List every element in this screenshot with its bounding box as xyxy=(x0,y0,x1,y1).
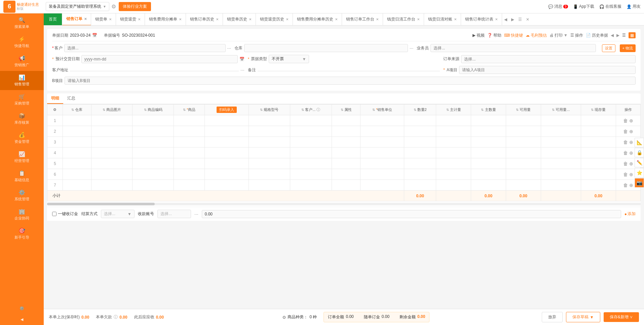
order-source-input[interactable] xyxy=(461,55,636,63)
tab-sales-return[interactable]: 销货退货 ✕ xyxy=(116,13,145,26)
sidebar-item-base[interactable]: 📋 基础信息 xyxy=(0,167,44,186)
horizontal-scrollbar[interactable] xyxy=(47,203,641,205)
sidebar-item-operation[interactable]: 📈 经营管理 xyxy=(0,148,44,167)
sidebar-item-search[interactable]: 🔍 搜索菜单 xyxy=(0,13,44,33)
staff-input[interactable] xyxy=(430,44,596,52)
sidebar-item-quick[interactable]: ⚡ 快捷导航 xyxy=(0,33,44,52)
tab-next-button[interactable]: ▶ xyxy=(509,17,516,22)
col-stock[interactable]: ⇅ 现存量 xyxy=(581,105,616,115)
tab-more-button[interactable]: ☰ xyxy=(516,17,524,22)
row-4-delete-icon[interactable]: 🗑 xyxy=(623,150,628,156)
account-more-button[interactable]: ··· xyxy=(194,211,198,217)
tab-prev-button[interactable]: ◀ xyxy=(502,17,509,22)
row-1-warehouse[interactable] xyxy=(63,115,91,126)
tab-close-sales-order[interactable]: ✕ xyxy=(84,17,87,21)
customer-more-button[interactable]: ··· xyxy=(227,45,231,51)
tab-detail[interactable]: 明细 xyxy=(47,93,63,104)
calendar-icon[interactable]: 📅 xyxy=(92,33,97,38)
shortcut-button[interactable]: ⌨ 快捷键 xyxy=(504,33,523,38)
tab-return-history[interactable]: 销货退货历史 ✕ xyxy=(256,13,293,26)
print-button[interactable]: 🖨 打印 ▼ xyxy=(550,33,568,38)
row-1-product[interactable] xyxy=(174,115,204,126)
delivery-calendar-icon[interactable]: 📅 xyxy=(239,57,244,62)
row-1-main-qty[interactable] xyxy=(471,115,506,126)
row-1-delete-icon[interactable]: 🗑 xyxy=(623,118,628,123)
industry-solution-button[interactable]: 体验行业方案 xyxy=(119,2,151,11)
row-5-delete-icon[interactable]: 🗑 xyxy=(623,161,628,166)
row-6-delete-icon[interactable]: 🗑 xyxy=(623,172,628,177)
system-name[interactable]: 装备及固定资产辅助管理系统 ▼ xyxy=(46,2,109,11)
account-select[interactable]: 选择... xyxy=(157,210,191,218)
one-click-payment-checkbox[interactable]: 一键收订金 xyxy=(52,211,78,217)
sidebar-item-finance[interactable]: 💰 资金管理 xyxy=(0,128,44,148)
history-order-button[interactable]: 📄 历史单据 xyxy=(586,33,608,38)
tab-summary[interactable]: 汇总 xyxy=(63,93,79,104)
tab-home[interactable]: 首页 xyxy=(44,13,62,26)
a-project-input[interactable] xyxy=(459,66,636,74)
tab-money-reconcile[interactable]: 钱货日清对账 ✕ xyxy=(424,13,461,26)
tab-sales-stats[interactable]: 销售订单统计表 ✕ xyxy=(461,13,502,26)
col-product-img[interactable]: ⇅ 商品图片 xyxy=(91,105,132,115)
row-1-spec[interactable] xyxy=(249,115,290,126)
tab-expense-history[interactable]: 销售费用分摊单历史 ✕ xyxy=(293,13,342,26)
tab-sales-expense[interactable]: 销售费用分摊单 ✕ xyxy=(145,13,186,26)
customer-input[interactable] xyxy=(64,44,226,52)
col-settings[interactable]: ⚙ xyxy=(47,105,63,115)
col-main-unit[interactable]: ⇅ 主计量 xyxy=(436,105,471,115)
tab-close-goods-history[interactable]: ✕ xyxy=(249,17,252,21)
tab-close-money-daily[interactable]: ✕ xyxy=(417,17,420,21)
right-float-btn-2[interactable]: 🔒 xyxy=(635,148,644,157)
save-new-button[interactable]: 保存&新增 ∨ xyxy=(604,312,639,322)
invoice-select[interactable]: 不开票 ▼ xyxy=(269,55,309,63)
scrollbar-thumb[interactable] xyxy=(47,203,155,205)
add-payment-button[interactable]: ● 添加 xyxy=(624,211,636,217)
row-1-copy-icon[interactable]: ⊕ xyxy=(629,118,633,123)
right-float-btn-1[interactable]: 📐 xyxy=(635,138,644,147)
tab-close-sales-goods[interactable]: ✕ xyxy=(109,17,112,21)
tab-close-return-history[interactable]: ✕ xyxy=(286,17,289,21)
col-product[interactable]: ⇅ *商品 xyxy=(174,105,204,115)
tab-goods-history[interactable]: 销货单历史 ✕ xyxy=(223,13,256,26)
tab-close-order-history[interactable]: ✕ xyxy=(216,17,219,21)
col-main-qty[interactable]: ⇅ 主数量 xyxy=(471,105,506,115)
tab-close-sales-return[interactable]: ✕ xyxy=(138,17,141,21)
tab-sales-goods[interactable]: 销货单 ✕ xyxy=(91,13,116,26)
addr-more-button[interactable]: ··· xyxy=(240,67,244,73)
one-click-checkbox-input[interactable] xyxy=(52,212,56,216)
sidebar-collapse-button[interactable]: ◀ xyxy=(0,314,44,325)
row-3-delete-icon[interactable]: 🗑 xyxy=(623,139,628,145)
col-sales-unit[interactable]: ⇅ *销售单位 xyxy=(361,105,404,115)
help-button[interactable]: ❓ 帮助 xyxy=(487,33,501,38)
tab-close-all-button[interactable]: ✕ xyxy=(524,17,531,22)
settings-gear-icon[interactable]: ⚙ xyxy=(111,3,116,10)
col-warehouse[interactable]: ⇅ 仓库 xyxy=(63,105,91,115)
sidebar-item-enterprise[interactable]: 🏢 企业协同 xyxy=(0,205,44,224)
b-project-input[interactable] xyxy=(65,77,636,85)
row-1-customer-code[interactable] xyxy=(290,115,332,126)
row-1-qty2[interactable] xyxy=(404,115,436,126)
save-draft-button[interactable]: 保存草稿 ▼ xyxy=(566,312,600,322)
row-1-stock[interactable] xyxy=(581,115,616,126)
tab-close-money-reconcile[interactable]: ✕ xyxy=(454,17,457,21)
col-attr[interactable]: ⇅ 属性 xyxy=(332,105,361,115)
row-1-attr[interactable] xyxy=(332,115,361,126)
tab-close-order-workbench[interactable]: ✕ xyxy=(376,17,379,21)
row-2-copy-icon[interactable]: ⊕ xyxy=(629,129,633,134)
sidebar-item-marketing[interactable]: 📢 营销推广 xyxy=(0,52,44,71)
discard-button[interactable]: 放弃 xyxy=(542,312,563,322)
message-button[interactable]: 💬 消息 9 xyxy=(548,4,568,9)
user-button[interactable]: 👤 用友 xyxy=(627,4,641,9)
app-download-button[interactable]: 📱 App下载 xyxy=(573,4,594,9)
row-1-img[interactable] xyxy=(91,115,132,126)
view-toggle-list-button[interactable]: ☰ xyxy=(622,33,626,38)
sidebar-item-inventory[interactable]: 📦 库存核算 xyxy=(0,109,44,128)
row-6-copy-icon[interactable]: ⊕ xyxy=(629,172,633,177)
tab-money-daily[interactable]: 钱货日清工作台 ✕ xyxy=(383,13,424,26)
profit-preview-button[interactable]: ☁ 毛利预估 xyxy=(526,33,547,38)
warehouse-more-button[interactable]: ··· xyxy=(410,45,414,51)
tab-order-workbench[interactable]: 销售订单工作台 ✕ xyxy=(342,13,383,26)
tab-close-sales-expense[interactable]: ✕ xyxy=(179,17,182,21)
tab-close-expense-history[interactable]: ✕ xyxy=(335,17,338,21)
nav-next-button[interactable]: ▶ xyxy=(616,33,619,38)
row-4-copy-icon[interactable]: ⊕ xyxy=(629,150,633,156)
